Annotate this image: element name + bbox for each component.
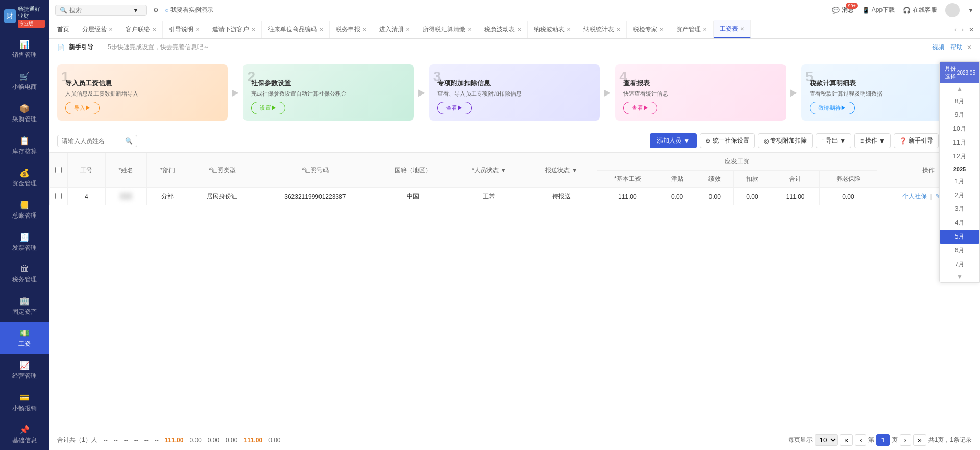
step-4-button[interactable]: 查看▶ <box>623 102 657 114</box>
tab-income-tax-close[interactable]: ✕ <box>468 27 472 32</box>
tab-layered-ops[interactable]: 分层经营 ✕ <box>76 21 119 38</box>
tab-scroll-right[interactable]: › <box>960 24 966 35</box>
select-all-checkbox[interactable] <box>55 167 62 173</box>
tab-layered-ops-close[interactable]: ✕ <box>109 27 113 32</box>
tab-product-code-close[interactable]: ✕ <box>319 27 323 32</box>
row-nationality: 中国 <box>374 188 452 205</box>
messages-button[interactable]: 💬 消息 99+ <box>832 6 854 14</box>
month-item-10[interactable]: 10月 <box>940 122 979 136</box>
tab-guide-close[interactable]: ✕ <box>195 27 200 32</box>
tab-tax-expert-close[interactable]: ✕ <box>659 27 664 32</box>
month-item-11[interactable]: 11月 <box>940 136 979 150</box>
action-separator-1: | <box>930 193 932 200</box>
guide-help-link[interactable]: 帮助 <box>950 43 963 52</box>
sidebar-item-purchase[interactable]: 📦 采购管理 <box>0 98 49 130</box>
employee-search-box[interactable]: 🔍 <box>57 135 137 147</box>
new-guide-button[interactable]: ❓ 新手引导 <box>894 133 939 148</box>
tab-product-code[interactable]: 往来单位商品编码 ✕ <box>262 21 330 38</box>
topbar-search-box[interactable]: 🔍 ▼ <box>55 5 147 16</box>
tab-invite[interactable]: 邀请下游客户 ✕ <box>206 21 262 38</box>
guide-video-link[interactable]: 视频 <box>932 43 944 52</box>
sidebar-item-invoice[interactable]: 🧾 发票管理 <box>0 226 49 258</box>
employee-search-icon[interactable]: 🔍 <box>125 137 133 145</box>
sidebar-item-ledger[interactable]: 📒 总账管理 <box>0 194 49 226</box>
month-item-6[interactable]: 6月 <box>940 244 979 257</box>
last-page-button[interactable]: » <box>913 434 926 446</box>
step-1-button[interactable]: 导入▶ <box>65 102 100 114</box>
operations-button[interactable]: ≡ 操作 ▼ <box>854 133 891 148</box>
tab-tax-report-close[interactable]: ✕ <box>362 27 366 32</box>
month-nav-down[interactable]: ▼ <box>940 271 979 282</box>
sidebar-item-ecommerce[interactable]: 🛒 小畅电商 <box>0 65 49 98</box>
tab-asset-mgmt-close[interactable]: ✕ <box>703 27 707 32</box>
app-download-button[interactable]: 📱 App下载 <box>862 6 895 14</box>
topbar-settings-icon[interactable]: ⚙ <box>151 5 161 16</box>
tab-tax-report[interactable]: 税务申报 ✕ <box>330 21 373 38</box>
guide-banner-close[interactable]: ✕ <box>967 44 972 51</box>
prev-page-button[interactable]: ‹ <box>855 434 866 446</box>
tab-tax-stats[interactable]: 纳税统计表 ✕ <box>577 21 627 38</box>
per-page-select[interactable]: 10 20 50 <box>815 434 838 446</box>
tab-salary-close[interactable]: ✕ <box>740 26 744 32</box>
special-deduction-button[interactable]: ◎ 专项附加扣除 <box>758 133 813 148</box>
sidebar-item-finance[interactable]: 💰 资金管理 <box>0 162 49 194</box>
sidebar-item-inventory[interactable]: 📋 库存核算 <box>0 130 49 162</box>
month-item-4[interactable]: 4月 <box>940 216 979 230</box>
month-item-9[interactable]: 9月 <box>940 108 979 122</box>
sidebar-item-assets[interactable]: 🏢 固定资产 <box>0 290 49 322</box>
next-page-button[interactable]: › <box>900 434 911 446</box>
topbar-demo-button[interactable]: ○ 我要看实例演示 <box>165 6 213 14</box>
step-2-button[interactable]: 设置▶ <box>251 102 285 114</box>
step-3-button[interactable]: 查看▶ <box>437 102 472 114</box>
current-page-button[interactable]: 1 <box>876 434 889 446</box>
step-5-button[interactable]: 敬请期待▶ <box>810 102 855 114</box>
sidebar-item-operations[interactable]: 📈 经营管理 <box>0 354 49 387</box>
employee-search-input[interactable] <box>62 137 123 145</box>
tab-tax-burden-close[interactable]: ✕ <box>517 27 521 32</box>
month-item-1[interactable]: 1月 <box>940 175 979 188</box>
tab-tax-fluctuation[interactable]: 纳税波动表 ✕ <box>528 21 577 38</box>
sidebar-item-expense[interactable]: 💳 小畅报销 <box>0 387 49 419</box>
sidebar-item-sales[interactable]: 📊 销售管理 <box>0 33 49 65</box>
report-filter-icon[interactable]: ▼ <box>572 167 578 174</box>
tab-clearance-close[interactable]: ✕ <box>406 27 410 32</box>
tab-tax-stats-close[interactable]: ✕ <box>616 27 620 32</box>
row-checkbox[interactable] <box>55 193 62 199</box>
tab-home[interactable]: 首页 <box>51 21 76 38</box>
month-item-12[interactable]: 12月 <box>940 150 979 163</box>
status-filter-icon[interactable]: ▼ <box>500 167 506 174</box>
month-item-8[interactable]: 8月 <box>940 94 979 108</box>
ledger-icon: 📒 <box>2 200 47 210</box>
month-item-7[interactable]: 7月 <box>940 257 979 271</box>
export-button[interactable]: ↑ 导出 ▼ <box>816 133 851 148</box>
unified-settings-button[interactable]: ⚙ 统一社保设置 <box>700 133 755 148</box>
first-page-button[interactable]: « <box>840 434 852 446</box>
tab-income-tax[interactable]: 所得税汇算清缴 ✕ <box>416 21 478 38</box>
add-employee-button[interactable]: 添加人员 ▼ <box>650 133 697 148</box>
month-nav-up[interactable]: ▲ <box>940 83 979 94</box>
tab-tax-fluctuation-close[interactable]: ✕ <box>567 27 571 32</box>
tab-guide[interactable]: 引导说明 ✕ <box>163 21 206 38</box>
sidebar-item-basic-info[interactable]: 📌 基础信息 <box>0 419 49 450</box>
sidebar-item-salary[interactable]: 💵 工资 <box>0 322 49 354</box>
tab-salary[interactable]: 工资表 ✕ <box>714 20 751 38</box>
tab-invite-close[interactable]: ✕ <box>251 27 255 32</box>
user-menu-button[interactable]: ▼ <box>968 7 974 14</box>
personal-social-insurance-link[interactable]: 个人社保 <box>902 193 927 200</box>
user-avatar[interactable] <box>945 3 960 17</box>
online-service-button[interactable]: 🎧 在线客服 <box>903 6 937 14</box>
tab-customer[interactable]: 客户联络 ✕ <box>119 21 163 38</box>
topbar-search-input[interactable] <box>69 7 131 14</box>
month-item-5[interactable]: 5月 <box>940 230 979 244</box>
tab-customer-close[interactable]: ✕ <box>152 27 156 32</box>
tab-clearance[interactable]: 进入清册 ✕ <box>373 21 416 38</box>
month-item-3[interactable]: 3月 <box>940 202 979 216</box>
tab-tax-burden[interactable]: 税负波动表 ✕ <box>478 21 528 38</box>
sidebar-item-tax[interactable]: 🏛 税务管理 <box>0 258 49 290</box>
tab-tax-expert[interactable]: 税检专家 ✕ <box>627 21 670 38</box>
month-item-2[interactable]: 2月 <box>940 188 979 202</box>
tab-close-all[interactable]: ✕ <box>967 24 976 35</box>
tab-asset-mgmt[interactable]: 资产管理 ✕ <box>670 21 714 38</box>
tab-scroll-left[interactable]: ‹ <box>952 24 959 35</box>
purchase-icon: 📦 <box>2 104 47 113</box>
